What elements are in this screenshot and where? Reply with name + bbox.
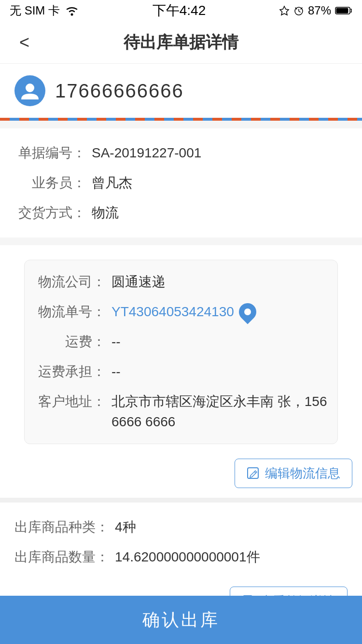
goods-types-value: 4种 — [115, 517, 348, 537]
battery-percent: 87% — [308, 4, 331, 17]
svg-rect-3 — [336, 8, 348, 14]
goods-quantity-value: 14.620000000000001件 — [115, 547, 348, 567]
dashed-divider — [0, 118, 362, 121]
logistics-section: 物流公司： 圆通速递 物流单号： YT43064053424130 运费： --… — [0, 245, 362, 498]
agent-row: 业务员： 曾凡杰 — [14, 173, 348, 193]
address-row: 客户地址： 北京市市辖区海淀区永丰南 张，156 6666 6666 — [34, 392, 328, 432]
agent-label: 业务员： — [14, 173, 92, 193]
status-bar: 无 SIM 卡 下午4:42 87% — [0, 0, 362, 21]
location-icon[interactable] — [235, 300, 260, 324]
edit-icon — [247, 467, 260, 480]
logistics-inner: 物流公司： 圆通速递 物流单号： YT43064053424130 运费： --… — [0, 245, 362, 449]
tracking-value: YT43064053424130 — [111, 302, 328, 322]
location-nav-icon — [279, 5, 290, 16]
edit-btn-container: 编辑物流信息 — [0, 449, 362, 488]
freight-bear-row: 运费承担： -- — [34, 362, 328, 382]
freight-bear-value: -- — [111, 362, 328, 382]
goods-quantity-label: 出库商品数量： — [14, 547, 115, 567]
status-right: 87% — [279, 4, 352, 17]
company-label: 物流公司： — [34, 272, 111, 292]
doc-id-value: SA-20191227-001 — [92, 143, 348, 163]
doc-id-row: 单据编号： SA-20191227-001 — [14, 143, 348, 163]
person-icon — [19, 80, 41, 101]
user-row: 17666666666 — [0, 64, 362, 118]
freight-bear-label: 运费承担： — [34, 362, 111, 382]
logistics-card: 物流公司： 圆通速递 物流单号： YT43064053424130 运费： --… — [24, 260, 338, 444]
delivery-label: 交货方式： — [14, 203, 92, 223]
address-label: 客户地址： — [34, 392, 111, 412]
company-row: 物流公司： 圆通速递 — [34, 272, 328, 292]
battery-icon — [335, 6, 352, 15]
address-value: 北京市市辖区海淀区永丰南 张，156 6666 6666 — [111, 392, 328, 432]
company-value: 圆通速递 — [111, 272, 328, 292]
status-time: 下午4:42 — [153, 1, 206, 20]
delivery-value: 物流 — [92, 203, 348, 223]
avatar — [14, 75, 45, 106]
wifi-icon — [65, 5, 79, 16]
freight-row: 运费： -- — [34, 332, 328, 352]
agent-value: 曾凡杰 — [92, 173, 348, 193]
goods-types-label: 出库商品种类： — [14, 517, 115, 537]
delivery-row: 交货方式： 物流 — [14, 203, 348, 223]
user-phone: 17666666666 — [55, 80, 184, 102]
svg-point-0 — [71, 14, 73, 16]
edit-logistics-button[interactable]: 编辑物流信息 — [235, 459, 352, 488]
freight-value: -- — [111, 332, 328, 352]
sim-status: 无 SIM 卡 — [10, 3, 60, 18]
document-info-section: 单据编号： SA-20191227-001 业务员： 曾凡杰 交货方式： 物流 — [0, 128, 362, 238]
goods-types-row: 出库商品种类： 4种 — [14, 517, 348, 537]
tracking-label: 物流单号： — [34, 302, 111, 322]
gray-divider — [0, 498, 362, 503]
back-button[interactable]: < — [14, 28, 34, 57]
svg-point-4 — [26, 84, 34, 92]
alarm-icon — [293, 5, 304, 16]
confirm-button[interactable]: 确认出库 — [0, 596, 362, 644]
goods-quantity-row: 出库商品数量： 14.620000000000001件 — [14, 547, 348, 567]
freight-label: 运费： — [34, 332, 111, 352]
page-title: 待出库单据详情 — [124, 31, 238, 54]
edit-logistics-label: 编辑物流信息 — [265, 465, 340, 482]
nav-bar: < 待出库单据详情 — [0, 21, 362, 64]
doc-id-label: 单据编号： — [14, 143, 92, 163]
tracking-row: 物流单号： YT43064053424130 — [34, 302, 328, 322]
status-left: 无 SIM 卡 — [10, 3, 79, 18]
confirm-button-label: 确认出库 — [142, 608, 220, 632]
